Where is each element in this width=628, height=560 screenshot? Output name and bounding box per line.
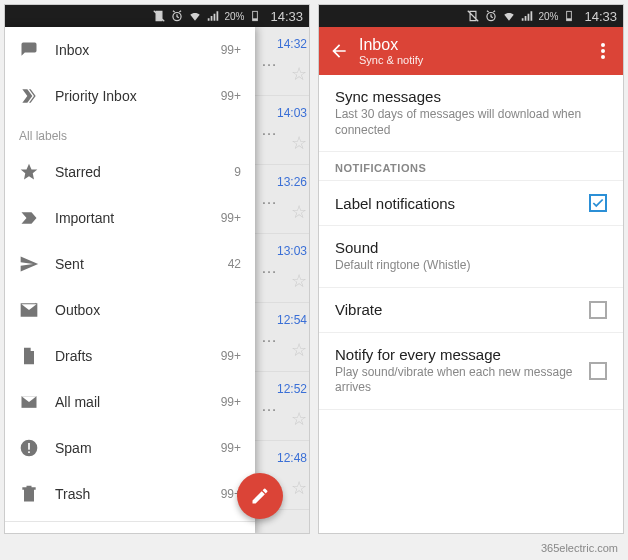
mail-list-row[interactable]: …12:52☆ bbox=[255, 372, 309, 441]
mail-time: 13:03 bbox=[277, 244, 307, 258]
star-icon bbox=[19, 162, 55, 182]
setting-title: Vibrate bbox=[335, 301, 589, 318]
checkbox-notify-every[interactable] bbox=[589, 362, 607, 380]
drawer-item-label: Outbox bbox=[55, 302, 241, 318]
star-outline-icon[interactable]: ☆ bbox=[291, 132, 307, 154]
drawer-item-priority-inbox[interactable]: Priority Inbox99+ bbox=[5, 73, 255, 119]
important-icon bbox=[19, 208, 55, 228]
setting-subtitle: Last 30 days of messages will download w… bbox=[335, 107, 607, 138]
outbox-icon bbox=[19, 300, 55, 320]
back-button[interactable] bbox=[329, 41, 359, 61]
mail-time: 12:54 bbox=[277, 313, 307, 327]
overflow-menu-button[interactable] bbox=[593, 43, 613, 59]
mail-preview-ellipsis: … bbox=[261, 190, 277, 208]
setting-label-notifications[interactable]: Label notifications bbox=[319, 181, 623, 226]
star-outline-icon[interactable]: ☆ bbox=[291, 270, 307, 292]
drawer-item-count: 42 bbox=[228, 257, 241, 271]
battery-percent: 20% bbox=[538, 11, 558, 22]
signal-icon bbox=[520, 9, 534, 23]
drawer-item-count: 99+ bbox=[221, 349, 241, 363]
setting-title: Sound bbox=[335, 239, 607, 256]
checkbox-label-notifications[interactable] bbox=[589, 194, 607, 212]
checkbox-vibrate[interactable] bbox=[589, 301, 607, 319]
check-icon bbox=[591, 196, 605, 210]
mail-preview-ellipsis: … bbox=[261, 259, 277, 277]
setting-vibrate[interactable]: Vibrate bbox=[319, 288, 623, 333]
drawer-item-trash[interactable]: Trash99+ bbox=[5, 471, 255, 517]
drawer-item-count: 99+ bbox=[221, 441, 241, 455]
alarm-icon bbox=[170, 9, 184, 23]
drawer-item-count: 99+ bbox=[221, 395, 241, 409]
pencil-icon bbox=[250, 486, 270, 506]
mail-preview-ellipsis: … bbox=[261, 328, 277, 346]
clock-time: 14:33 bbox=[584, 9, 617, 24]
drawer-item-drafts[interactable]: Drafts99+ bbox=[5, 333, 255, 379]
drawer-item-settings[interactable]: Settings bbox=[5, 526, 255, 534]
mail-preview-ellipsis: … bbox=[261, 121, 277, 139]
setting-title: Label notifications bbox=[335, 195, 589, 212]
drawer-item-label: Trash bbox=[55, 486, 221, 502]
watermark: 365electric.com bbox=[541, 542, 618, 554]
drawer-item-label: All mail bbox=[55, 394, 221, 410]
drawer-item-important[interactable]: Important99+ bbox=[5, 195, 255, 241]
divider bbox=[5, 521, 255, 522]
mail-list-row[interactable]: …14:32☆ bbox=[255, 27, 309, 96]
drawer-item-starred[interactable]: Starred9 bbox=[5, 149, 255, 195]
mail-list-row[interactable]: …13:26☆ bbox=[255, 165, 309, 234]
allmail-icon bbox=[19, 392, 55, 412]
svg-point-12 bbox=[601, 49, 605, 53]
inbox-icon bbox=[19, 40, 55, 60]
clock-time: 14:33 bbox=[270, 9, 303, 24]
svg-point-11 bbox=[601, 43, 605, 47]
mail-list-row[interactable]: …12:54☆ bbox=[255, 303, 309, 372]
svg-rect-10 bbox=[567, 18, 572, 20]
setting-title: Notify for every message bbox=[335, 346, 589, 363]
setting-sound[interactable]: Sound Default ringtone (Whistle) bbox=[319, 226, 623, 288]
compose-fab[interactable] bbox=[237, 473, 283, 519]
mail-preview-ellipsis: … bbox=[261, 397, 277, 415]
drawer-item-inbox[interactable]: Inbox99+ bbox=[5, 27, 255, 73]
svg-rect-5 bbox=[28, 451, 30, 453]
signal-icon bbox=[206, 9, 220, 23]
mail-list-row[interactable]: …13:03☆ bbox=[255, 234, 309, 303]
mail-time: 14:32 bbox=[277, 37, 307, 51]
mail-preview-ellipsis: … bbox=[261, 52, 277, 70]
section-header-all-labels: All labels bbox=[5, 119, 255, 149]
toolbar: Inbox Sync & notify bbox=[319, 27, 623, 75]
drawer-item-label: Priority Inbox bbox=[55, 88, 221, 104]
drawer-item-label: Sent bbox=[55, 256, 228, 272]
drawer-item-spam[interactable]: Spam99+ bbox=[5, 425, 255, 471]
svg-point-13 bbox=[601, 55, 605, 59]
sent-icon bbox=[19, 254, 55, 274]
navigation-drawer: Inbox99+Priority Inbox99+ All labels Sta… bbox=[5, 27, 255, 534]
setting-subtitle: Default ringtone (Whistle) bbox=[335, 258, 607, 274]
arrow-left-icon bbox=[329, 41, 349, 61]
status-bar: 20% 14:33 bbox=[5, 5, 309, 27]
setting-title: Sync messages bbox=[335, 88, 607, 105]
drawer-item-outbox[interactable]: Outbox bbox=[5, 287, 255, 333]
svg-rect-2 bbox=[253, 18, 258, 20]
star-outline-icon[interactable]: ☆ bbox=[291, 408, 307, 430]
drawer-item-count: 99+ bbox=[221, 43, 241, 57]
drawer-item-label: Important bbox=[55, 210, 221, 226]
priority-icon bbox=[19, 86, 55, 106]
star-outline-icon[interactable]: ☆ bbox=[291, 201, 307, 223]
setting-sync-messages[interactable]: Sync messages Last 30 days of messages w… bbox=[319, 75, 623, 152]
drawer-item-sent[interactable]: Sent42 bbox=[5, 241, 255, 287]
battery-icon bbox=[248, 9, 262, 23]
mail-time: 12:48 bbox=[277, 451, 307, 465]
wifi-icon bbox=[502, 9, 516, 23]
drawer-item-all-mail[interactable]: All mail99+ bbox=[5, 379, 255, 425]
drawer-item-count: 9 bbox=[234, 165, 241, 179]
setting-notify-every[interactable]: Notify for every message Play sound/vibr… bbox=[319, 333, 623, 410]
mail-list-behind: …14:32☆…14:03☆…13:26☆…13:03☆…12:54☆…12:5… bbox=[255, 27, 309, 534]
star-outline-icon[interactable]: ☆ bbox=[291, 477, 307, 499]
star-outline-icon[interactable]: ☆ bbox=[291, 63, 307, 85]
star-outline-icon[interactable]: ☆ bbox=[291, 339, 307, 361]
mail-list-row[interactable]: …14:03☆ bbox=[255, 96, 309, 165]
setting-subtitle: Play sound/vibrate when each new message… bbox=[335, 365, 589, 396]
spam-icon bbox=[19, 438, 55, 458]
drafts-icon bbox=[19, 346, 55, 366]
drawer-item-label: Drafts bbox=[55, 348, 221, 364]
right-screenshot: 20% 14:33 Inbox Sync & notify Sync messa… bbox=[318, 4, 624, 534]
